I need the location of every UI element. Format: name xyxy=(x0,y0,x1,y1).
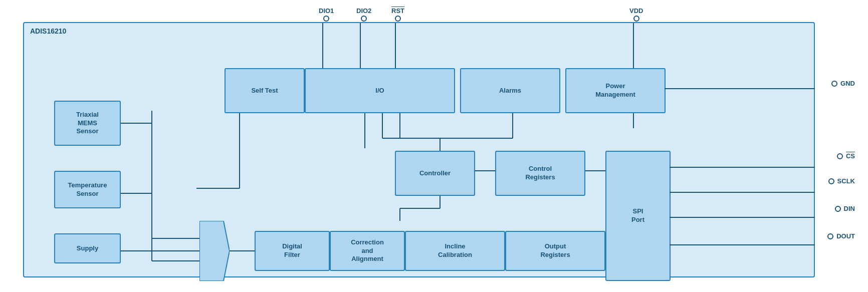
self-test-block: Self Test xyxy=(225,68,305,113)
pin-gnd: GND xyxy=(831,80,855,87)
diagram-container: DIO1 DIO2 RST VDD ADIS16210 xyxy=(13,7,855,285)
svg-marker-33 xyxy=(199,221,230,281)
chip-label: ADIS16210 xyxy=(30,27,66,35)
controller-block: Controller xyxy=(395,151,475,196)
control-regs-block: ControlRegisters xyxy=(495,151,585,196)
power-mgmt-block: PowerManagement xyxy=(565,68,666,113)
pin-dout: DOUT xyxy=(827,232,855,240)
pin-cs: CS xyxy=(837,152,855,160)
digital-filter-block: DigitalFilter xyxy=(255,231,330,271)
io-block: I/O xyxy=(305,68,455,113)
pin-rst: RST xyxy=(391,7,404,22)
alarms-block: Alarms xyxy=(460,68,560,113)
temp-sensor-block: TemperatureSensor xyxy=(54,171,121,208)
pin-dio1: DIO1 xyxy=(319,7,334,22)
pin-dio2: DIO2 xyxy=(356,7,371,22)
output-regs-block: OutputRegisters xyxy=(505,231,605,271)
pin-vdd: VDD xyxy=(629,7,643,22)
chip-boundary: ADIS16210 xyxy=(23,22,815,277)
incline-cal-block: InclineCalibration xyxy=(405,231,505,271)
supply-block: Supply xyxy=(54,233,121,263)
pin-sclk: SCLK xyxy=(828,177,855,185)
pin-din: DIN xyxy=(835,205,855,212)
spi-port-block: SPIPort xyxy=(605,151,671,281)
mux-block xyxy=(199,221,230,281)
triaxial-block: TriaxialMEMSSensor xyxy=(54,101,121,146)
correction-block: CorrectionandAlignment xyxy=(330,231,405,271)
